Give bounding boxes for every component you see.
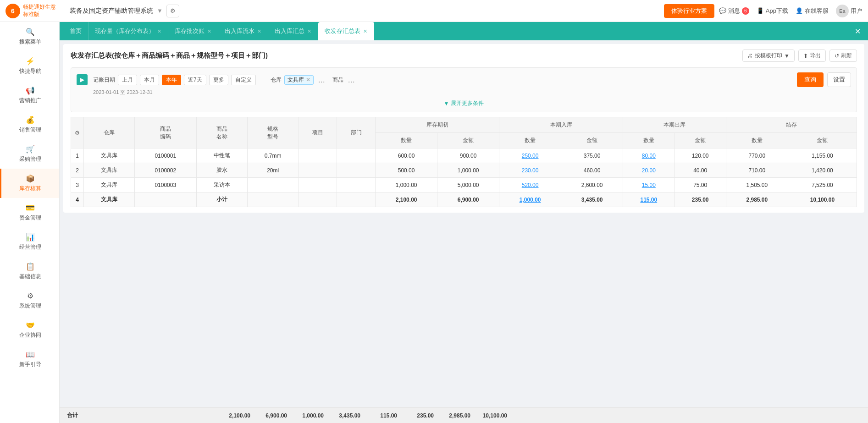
in-qty-link[interactable]: 230.00 [522,167,539,174]
query-button[interactable]: 查询 [797,72,824,87]
dept-cell [337,148,376,163]
tab-summary-inout[interactable]: 出入库汇总 ✕ [268,22,318,40]
project-cell [299,163,337,178]
tab-rfs-summary[interactable]: 收发存汇总表 ✕ [318,22,374,40]
sidebar-item-finance[interactable]: 💳 资金管理 [0,198,59,227]
sidebar-item-enterprise[interactable]: 🤝 企业协同 [0,315,59,345]
name-cell: 胶水 [196,163,247,178]
sidebar-item-search[interactable]: 🔍 搜索菜单 [0,22,59,51]
in-qty-cell[interactable]: 230.00 [499,163,561,178]
sidebar-item-guide[interactable]: 📖 新手引导 [0,345,59,374]
in-qty-cell[interactable]: 1,000.00 [499,192,561,207]
print-button[interactable]: 🖨 按模板打印 ▼ [742,49,795,62]
tab-close-icon[interactable]: ✕ [257,28,261,34]
logo-icon: 6 [6,4,20,18]
trial-button[interactable]: 体验行业方案 [664,4,714,18]
inventory-icon: 📦 [26,174,35,183]
app-download-button[interactable]: 📱 App下载 [757,7,788,15]
tab-label: 库存批次账 [175,27,205,35]
service-icon: 👤 [796,7,803,14]
warehouse-cell: 文具库 [84,163,135,178]
expand-more-button[interactable]: ▼ 展开更多条件 [444,99,484,107]
in-qty-link[interactable]: 520.00 [522,182,539,188]
data-table: ⚙ 仓库 商品编码 商品名称 规格型号 项目 部门 库存期初 本期入库 本期出库… [71,117,857,207]
settings-button[interactable]: ⚙ [166,5,179,17]
bal-amt-cell: 10,100.00 [788,192,857,207]
guide-icon: 📖 [26,350,35,359]
sidebar-item-basic[interactable]: 📋 基础信息 [0,257,59,286]
out-qty-cell[interactable]: 20.00 [623,163,674,178]
settings-col-header[interactable]: ⚙ [71,117,84,148]
subtotal-out-qty-link[interactable]: 115.00 [640,197,657,203]
online-service-button[interactable]: 👤 在线客服 [796,7,829,15]
bal-qty-cell: 2,985.00 [726,192,788,207]
out-qty-link[interactable]: 80.00 [642,153,656,159]
idx-cell: 4 [71,192,84,207]
sidebar-item-marketing[interactable]: 📢 营销推广 [0,81,59,110]
tab-bar-close-button[interactable]: ✕ [851,27,864,36]
in-amt-cell: 460.00 [561,163,623,178]
opening-group-header: 库存期初 [376,117,499,133]
goods-more-button[interactable]: ... [346,75,357,85]
tab-flow[interactable]: 出入库流水 ✕ [218,22,268,40]
main-layout: 🔍 搜索菜单 ⚡ 快捷导航 📢 营销推广 💰 销售管理 🛒 采购管理 📦 库存核… [0,22,868,423]
logo-text: 畅捷通好生意 标准版 [23,4,56,18]
sidebar: 🔍 搜索菜单 ⚡ 快捷导航 📢 营销推广 💰 销售管理 🛒 采购管理 📦 库存核… [0,22,60,423]
name-cell: 采访本 [196,178,247,192]
user-menu-button[interactable]: Ea 用户 [836,5,862,17]
tab-close-icon[interactable]: ✕ [363,28,367,34]
in-qty-cell[interactable]: 250.00 [499,148,561,163]
open-qty-cell: 500.00 [376,163,437,178]
sidebar-item-operations[interactable]: 📊 经营管理 [0,227,59,257]
date-btn-custom[interactable]: 自定义 [231,75,256,85]
project-cell [299,178,337,192]
tab-close-icon[interactable]: ✕ [307,28,311,34]
sidebar-item-inventory[interactable]: 📦 库存核算 [0,169,59,198]
out-qty-cell[interactable]: 80.00 [623,148,674,163]
spec-cell: 20ml [247,163,299,178]
out-qty-cell[interactable]: 115.00 [623,192,674,207]
total-label: 合计 [67,412,214,419]
out-qty-cell[interactable]: 15.00 [623,178,674,192]
warehouse-more-button[interactable]: ... [316,75,327,85]
date-btn-this-year[interactable]: 本年 [162,75,181,85]
sidebar-item-sales[interactable]: 💰 销售管理 [0,110,59,139]
filter-setting-button[interactable]: 设置 [827,72,851,87]
warehouse-cell: 文具库 [84,178,135,192]
out-amt-cell: 75.00 [674,178,726,192]
out-group-header: 本期出库 [623,117,726,133]
sidebar-item-label: 基础信息 [19,273,41,280]
sidebar-item-quicknav[interactable]: ⚡ 快捷导航 [0,51,59,81]
tab-close-icon[interactable]: ✕ [157,28,161,34]
bal-qty-cell: 1,505.00 [726,178,788,192]
system-dropdown-icon[interactable]: ▼ [157,7,163,14]
in-qty-link[interactable]: 250.00 [522,153,539,159]
message-badge: 6 [742,7,749,15]
filter-toggle-button[interactable]: ▶ [77,74,88,85]
sidebar-item-system[interactable]: ⚙ 系统管理 [0,286,59,315]
download-icon: 📱 [757,7,764,14]
tab-batch[interactable]: 库存批次账 ✕ [168,22,218,40]
date-btn-this-month[interactable]: 本月 [140,75,159,85]
in-qty-cell[interactable]: 520.00 [499,178,561,192]
refresh-button[interactable]: ↺ 刷新 [829,49,857,62]
messages-button[interactable]: 💬 消息 6 [719,7,749,15]
date-btn-more[interactable]: 更多 [209,75,228,85]
out-qty-link[interactable]: 15.00 [642,182,656,188]
footer-in-amt: 3,435.00 [324,412,360,419]
out-qty-link[interactable]: 20.00 [642,167,656,174]
sidebar-item-purchase[interactable]: 🛒 采购管理 [0,139,59,169]
subtotal-in-qty-link[interactable]: 1,000.00 [520,197,541,203]
date-btn-last-month[interactable]: 上月 [118,75,137,85]
export-button[interactable]: ⬆ 导出 [798,49,826,62]
tab-home[interactable]: 首页 [63,22,88,40]
tab-label: 出入库汇总 [275,27,304,35]
tab-close-icon[interactable]: ✕ [207,28,211,34]
spec-cell [247,192,299,207]
date-btn-7days[interactable]: 近7天 [184,75,206,85]
quicknav-icon: ⚡ [26,57,35,66]
bal-amt-cell: 7,525.00 [788,178,857,192]
out-amt-cell: 235.00 [674,192,726,207]
tab-stock-dist[interactable]: 现存量（库存分布表） ✕ [88,22,168,40]
warehouse-tag-close[interactable]: ✕ [306,77,310,83]
